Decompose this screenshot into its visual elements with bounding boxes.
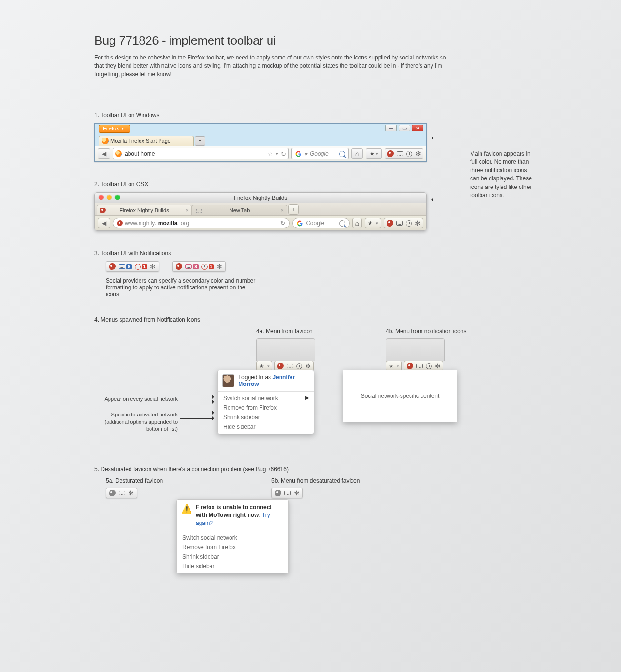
- url-suffix: .org: [180, 220, 190, 227]
- arrow-icon: [212, 416, 216, 420]
- chevron-down-icon[interactable]: ▾: [276, 151, 278, 156]
- messages-icon[interactable]: [287, 364, 293, 368]
- menu-item-switch-network[interactable]: Switch social network: [177, 533, 288, 543]
- gear-icon[interactable]: ✻: [128, 490, 134, 496]
- search-icon[interactable]: [339, 151, 345, 157]
- home-button[interactable]: ⌂: [352, 218, 362, 228]
- browser-tab[interactable]: Firefox Nightly Builds ×: [97, 205, 192, 215]
- search-bar[interactable]: ▾ Google: [291, 148, 349, 159]
- chevron-right-icon: ▶: [305, 395, 309, 400]
- blank-tab-icon: ⣏⣹: [195, 207, 203, 213]
- firefox-app-button-label: Firefox: [103, 126, 119, 131]
- social-toolbar-with-badges: 8 1 ✻: [106, 261, 159, 272]
- social-provider-favicon-icon[interactable]: [387, 150, 394, 157]
- gear-icon[interactable]: ✻: [217, 263, 222, 270]
- social-toolbar-group: ✻: [384, 218, 423, 228]
- gear-icon[interactable]: ✻: [415, 220, 421, 227]
- activity-icon[interactable]: [426, 363, 432, 369]
- menu-item-switch-network[interactable]: Switch social network▶: [218, 394, 314, 403]
- star-icon: ★: [368, 220, 373, 227]
- traffic-light-minimize[interactable]: [107, 195, 112, 200]
- section-4b-label: 4b. Menu from notification icons: [386, 328, 466, 335]
- back-button[interactable]: ◀: [98, 218, 110, 228]
- tab-title: New Tab: [230, 208, 250, 213]
- annotation-arrow-line: [180, 418, 213, 419]
- activity-badge[interactable]: 1: [135, 264, 148, 270]
- menu-item-remove[interactable]: Remove from Firefox: [177, 543, 288, 552]
- messages-icon[interactable]: [396, 221, 403, 226]
- new-tab-button[interactable]: +: [195, 136, 205, 146]
- messages-icon[interactable]: [397, 151, 403, 156]
- menu-item-shrink-sidebar[interactable]: Shrink sidebar: [218, 413, 314, 422]
- bookmarks-menu-button[interactable]: ★▾: [365, 218, 381, 228]
- social-provider-favicon-desaturated-icon[interactable]: [109, 490, 116, 496]
- traffic-light-zoom[interactable]: [115, 195, 120, 200]
- site-favicon-icon: [115, 150, 122, 157]
- window-maximize-button[interactable]: ▭: [399, 125, 410, 131]
- home-icon: ⌂: [355, 150, 359, 158]
- window-close-button[interactable]: ✕: [412, 125, 423, 131]
- social-provider-favicon-desaturated-icon[interactable]: [275, 490, 281, 496]
- gear-icon[interactable]: ✻: [150, 263, 156, 270]
- new-tab-button[interactable]: +: [288, 204, 299, 215]
- url-prefix: www.nightly.: [125, 220, 156, 227]
- search-icon[interactable]: [339, 220, 345, 227]
- site-favicon-icon: [117, 220, 123, 226]
- warning-icon: ⚠️: [181, 504, 192, 514]
- gear-icon[interactable]: ✻: [415, 150, 421, 157]
- url-host: mozilla: [158, 220, 178, 227]
- home-button[interactable]: ⌂: [351, 148, 363, 159]
- activity-badge[interactable]: 1: [201, 264, 214, 270]
- windows-chrome-mockup: Firefox ▼ — ▭ ✕ Mozilla Firefox Start Pa…: [94, 123, 427, 162]
- menu-item-shrink-sidebar[interactable]: Shrink sidebar: [177, 552, 288, 562]
- url-bar[interactable]: about:home ☆ ▾ ↻: [113, 148, 289, 159]
- arrow-icon: [212, 411, 216, 415]
- social-provider-favicon-icon[interactable]: [176, 263, 182, 270]
- search-bar[interactable]: Google: [292, 218, 350, 228]
- social-toolbar-desaturated: ✻: [271, 488, 303, 498]
- tab-title: Firefox Nightly Builds: [120, 208, 169, 213]
- firefox-app-button[interactable]: Firefox ▼: [99, 125, 130, 133]
- traffic-light-close[interactable]: [99, 195, 104, 200]
- messages-badge[interactable]: 8: [185, 264, 199, 269]
- messages-icon[interactable]: [416, 364, 423, 368]
- search-placeholder: Google: [306, 220, 325, 227]
- back-button[interactable]: ◀: [98, 148, 110, 159]
- user-avatar-icon: [222, 374, 234, 387]
- section-1-label: 1. Toolbar UI on Windows: [94, 112, 563, 119]
- browser-tab[interactable]: ⣏⣹ New Tab ×: [192, 205, 287, 215]
- intro-paragraph: For this design to be cohesive in the Fi…: [94, 54, 456, 79]
- menu-item-hide-sidebar[interactable]: Hide sidebar: [177, 562, 288, 571]
- gear-icon[interactable]: ✻: [294, 490, 300, 496]
- messages-icon[interactable]: [119, 491, 125, 495]
- close-tab-icon[interactable]: ×: [186, 208, 189, 213]
- reload-icon[interactable]: ↻: [280, 220, 285, 227]
- social-provider-favicon-icon[interactable]: [387, 220, 393, 227]
- url-bar[interactable]: www.nightly.mozilla.org ↻: [113, 218, 290, 228]
- gear-icon[interactable]: ✻: [435, 363, 441, 369]
- bookmarks-menu-button[interactable]: ★▾: [366, 148, 382, 159]
- social-provider-favicon-icon[interactable]: [407, 363, 413, 369]
- messages-badge[interactable]: 8: [119, 264, 132, 269]
- window-minimize-button[interactable]: —: [385, 125, 397, 131]
- search-placeholder: Google: [310, 150, 329, 157]
- social-provider-favicon-icon[interactable]: [109, 263, 116, 270]
- notification-panel-placeholder: Social network-specific content: [361, 393, 440, 399]
- toolbar-stub: [256, 338, 315, 361]
- close-tab-icon[interactable]: ×: [281, 208, 284, 213]
- google-g-icon: [297, 220, 303, 227]
- logged-in-as-text: Logged in as Jennifer Morrow: [238, 374, 309, 387]
- menu-item-remove[interactable]: Remove from Firefox: [218, 403, 314, 413]
- browser-tab[interactable]: Mozilla Firefox Start Page: [99, 136, 194, 146]
- menu-item-hide-sidebar[interactable]: Hide sidebar: [218, 422, 314, 432]
- social-provider-favicon-icon[interactable]: [277, 363, 284, 369]
- activity-icon[interactable]: [406, 151, 412, 157]
- bookmark-star-icon[interactable]: ☆: [268, 150, 273, 157]
- activity-icon[interactable]: [406, 220, 412, 227]
- gear-icon[interactable]: ✻: [305, 363, 311, 369]
- annotation-specific-network: Specific to activated network (additiona…: [90, 411, 178, 433]
- activity-icon[interactable]: [296, 363, 302, 369]
- google-g-icon: [295, 150, 301, 157]
- reload-icon[interactable]: ↻: [281, 150, 286, 158]
- messages-icon[interactable]: [284, 491, 291, 495]
